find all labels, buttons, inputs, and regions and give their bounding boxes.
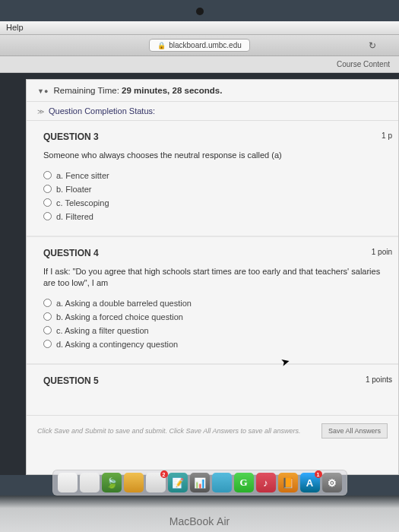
url-text: blackboard.umbc.edu bbox=[169, 41, 242, 49]
laptop-camera bbox=[196, 8, 204, 15]
q3-option-c[interactable]: c. Telescoping bbox=[43, 196, 382, 210]
timer-label: Remaining Time: bbox=[54, 86, 119, 95]
dock-music-icon[interactable]: ♪ bbox=[256, 473, 276, 492]
dock-leaf-icon[interactable]: 🍃 bbox=[102, 473, 122, 492]
lock-icon: 🔒 bbox=[157, 42, 166, 49]
reload-icon[interactable]: ↻ bbox=[369, 40, 376, 51]
chevron-icon: ≫ bbox=[37, 108, 44, 116]
screen-area: Help 🔒 blackboard.umbc.edu ↻ Course Cont… bbox=[0, 21, 399, 475]
q4-option-d[interactable]: d. Asking a contingency question bbox=[43, 337, 382, 351]
q3-radio-c[interactable] bbox=[43, 198, 52, 207]
footer-hint: Click Save and Submit to save and submit… bbox=[37, 427, 300, 435]
dock-g-icon[interactable]: G bbox=[234, 473, 254, 492]
q4-title: QUESTION 4 bbox=[43, 248, 382, 258]
q4-opt-a-label: a. Asking a double barreled question bbox=[56, 299, 192, 308]
dock-chart-icon[interactable]: 📊 bbox=[190, 473, 210, 492]
dock-calendar-icon[interactable]: 2 bbox=[146, 473, 166, 492]
q3-text: Someone who always chooses the neutral r… bbox=[43, 150, 382, 161]
timer-bar: ▼● Remaining Time: 29 minutes, 28 second… bbox=[27, 80, 398, 102]
q3-radio-b[interactable] bbox=[43, 185, 52, 193]
dock-settings-icon[interactable]: ⚙ bbox=[322, 473, 342, 492]
dock-finder-icon[interactable] bbox=[58, 473, 78, 492]
q3-opt-a-label: a. Fence sitter bbox=[56, 171, 109, 180]
dock-appstore-icon[interactable]: A 1 bbox=[300, 473, 320, 492]
dock-books-icon[interactable]: 📙 bbox=[278, 473, 298, 492]
brand-name: MacBook bbox=[169, 515, 214, 527]
save-all-button[interactable]: Save All Answers bbox=[321, 423, 388, 439]
q4-text: If I ask: "Do you agree that high school… bbox=[43, 266, 382, 289]
content-area: ▼● Remaining Time: 29 minutes, 28 second… bbox=[0, 73, 399, 475]
q3-title: QUESTION 3 bbox=[43, 131, 382, 142]
question-4: QUESTION 4 1 poin If I ask: "Do you agre… bbox=[27, 236, 398, 359]
dock-chat-icon[interactable] bbox=[124, 473, 144, 492]
collapse-icon[interactable]: ▼● bbox=[37, 87, 48, 95]
q4-points: 1 poin bbox=[372, 248, 392, 256]
q3-opt-c-label: c. Telescoping bbox=[56, 198, 109, 207]
completion-label: Question Completion Status: bbox=[49, 106, 155, 116]
menu-help[interactable]: Help bbox=[6, 23, 24, 32]
dock-app-icon[interactable] bbox=[80, 473, 100, 492]
q4-radio-c[interactable] bbox=[43, 326, 52, 334]
badge-icon: 2 bbox=[160, 470, 168, 478]
badge-icon: 1 bbox=[315, 470, 322, 478]
q4-opt-b-label: b. Asking a forced choice question bbox=[56, 312, 183, 321]
macos-dock[interactable]: 🍃 2 📝 📊 G ♪ 📙 A 1 ⚙ bbox=[52, 470, 347, 496]
question-5: QUESTION 5 1 points bbox=[27, 363, 398, 401]
q5-title: QUESTION 5 bbox=[43, 375, 382, 386]
q4-radio-a[interactable] bbox=[43, 299, 52, 307]
q3-points: 1 p bbox=[382, 131, 392, 140]
q4-opt-c-label: c. Asking a filter question bbox=[56, 326, 149, 335]
q4-option-a[interactable]: a. Asking a double barreled question bbox=[43, 296, 382, 310]
q3-opt-d-label: d. Filtered bbox=[56, 212, 93, 221]
completion-bar[interactable]: ≫ Question Completion Status: bbox=[27, 102, 398, 121]
dock-tool-icon[interactable] bbox=[212, 473, 232, 492]
q4-option-c[interactable]: c. Asking a filter question bbox=[43, 324, 382, 337]
q3-option-a[interactable]: a. Fence sitter bbox=[43, 169, 382, 182]
q3-radio-d[interactable] bbox=[43, 212, 52, 220]
brand-model: Air bbox=[217, 515, 230, 527]
q3-opt-b-label: b. Floater bbox=[56, 185, 91, 194]
question-3: QUESTION 3 1 p Someone who always choose… bbox=[27, 121, 398, 231]
tab-course-content[interactable]: Course Content bbox=[337, 60, 390, 68]
laptop-hinge: MacBook Air bbox=[0, 496, 399, 532]
browser-toolbar: 🔒 blackboard.umbc.edu ↻ bbox=[0, 35, 399, 56]
macos-menubar[interactable]: Help bbox=[0, 21, 399, 35]
q4-option-b[interactable]: b. Asking a forced choice question bbox=[43, 310, 382, 324]
q5-points: 1 points bbox=[366, 375, 392, 384]
q3-option-b[interactable]: b. Floater bbox=[43, 182, 382, 196]
q4-radio-d[interactable] bbox=[43, 340, 52, 348]
quiz-panel: ▼● Remaining Time: 29 minutes, 28 second… bbox=[26, 79, 399, 475]
bb-tabbar: Course Content bbox=[0, 56, 399, 73]
q4-opt-d-label: d. Asking a contingency question bbox=[56, 340, 178, 349]
quiz-footer: Click Save and Submit to save and submit… bbox=[27, 415, 398, 446]
laptop-brand: MacBook Air bbox=[169, 515, 230, 527]
dock-notes-icon[interactable]: 📝 bbox=[168, 473, 188, 492]
timer-value: 29 minutes, 28 seconds. bbox=[122, 86, 222, 95]
q3-radio-a[interactable] bbox=[43, 171, 52, 179]
address-bar[interactable]: 🔒 blackboard.umbc.edu bbox=[149, 39, 250, 52]
q3-option-d[interactable]: d. Filtered bbox=[43, 210, 382, 223]
q4-radio-b[interactable] bbox=[43, 312, 52, 321]
